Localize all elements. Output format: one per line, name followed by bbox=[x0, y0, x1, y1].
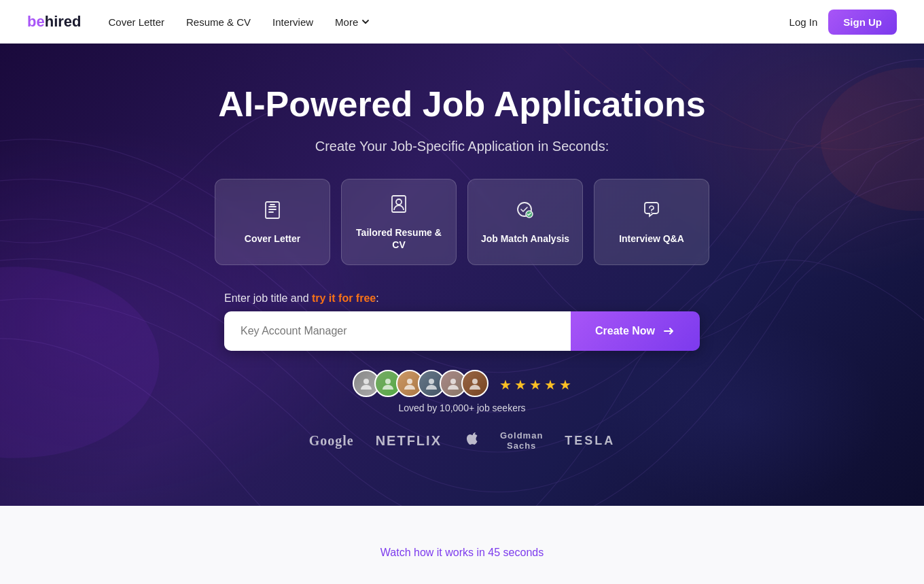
job-match-icon bbox=[514, 199, 536, 226]
navbar: behired Cover Letter Resume & CV Intervi… bbox=[0, 0, 924, 44]
svg-point-12 bbox=[450, 379, 456, 384]
feature-card-cover-letter[interactable]: Cover Letter bbox=[215, 179, 330, 265]
feature-card-tailored-resume-label: Tailored Resume & CV bbox=[349, 226, 449, 251]
star-3: ★ bbox=[529, 377, 541, 393]
tailored-resume-icon bbox=[388, 193, 410, 220]
create-now-button[interactable]: Create Now bbox=[571, 311, 700, 351]
google-logo: Google bbox=[309, 433, 354, 449]
nav-more-dropdown[interactable]: More bbox=[335, 16, 370, 28]
feature-card-tailored-resume[interactable]: Tailored Resume & CV bbox=[341, 179, 457, 265]
svg-point-9 bbox=[385, 379, 391, 384]
social-proof: ★ ★ ★ ★ ★ Loved by 10,000+ job seekers bbox=[170, 370, 754, 413]
star-5: ★ bbox=[559, 377, 571, 393]
avatar-6 bbox=[461, 370, 488, 397]
watch-link[interactable]: Watch how it works in 45 seconds bbox=[380, 547, 544, 558]
login-button[interactable]: Log In bbox=[789, 16, 818, 28]
feature-card-cover-letter-label: Cover Letter bbox=[245, 233, 300, 245]
feature-card-interview-qa-label: Interview Q&A bbox=[619, 233, 684, 245]
search-label-text: Enter job title and bbox=[224, 292, 312, 304]
svg-point-7 bbox=[651, 212, 652, 213]
hero-subtitle: Create Your Job-Specific Application in … bbox=[170, 139, 754, 154]
star-2: ★ bbox=[514, 377, 527, 393]
svg-point-8 bbox=[363, 379, 369, 384]
svg-point-4 bbox=[396, 199, 402, 205]
star-4: ★ bbox=[544, 377, 556, 393]
feature-card-interview-qa[interactable]: Interview Q&A bbox=[594, 179, 709, 265]
arrow-right-icon bbox=[662, 324, 675, 338]
below-hero: Watch how it works in 45 seconds bbox=[0, 506, 924, 584]
create-now-label: Create Now bbox=[595, 325, 655, 337]
nav-link-interview[interactable]: Interview bbox=[272, 16, 313, 28]
feature-card-job-match[interactable]: Job Match Analysis bbox=[467, 179, 583, 265]
user-avatars bbox=[353, 370, 488, 397]
svg-point-13 bbox=[472, 379, 478, 384]
nav-link-resume-cv[interactable]: Resume & CV bbox=[186, 16, 251, 28]
apple-logo bbox=[463, 430, 478, 451]
nav-more-label: More bbox=[335, 16, 358, 28]
logo-hired: hired bbox=[45, 13, 82, 30]
company-logos: Google NETFLIX GoldmanSachs TESLA bbox=[170, 430, 754, 451]
hero-content: AI-Powered Job Applications Create Your … bbox=[170, 84, 754, 451]
netflix-logo: NETFLIX bbox=[376, 433, 442, 449]
job-title-input[interactable] bbox=[224, 311, 571, 351]
svg-point-11 bbox=[429, 379, 434, 384]
nav-links: Cover Letter Resume & CV Interview More bbox=[108, 16, 370, 28]
logo[interactable]: behired bbox=[27, 13, 81, 31]
nav-left: behired Cover Letter Resume & CV Intervi… bbox=[27, 13, 370, 31]
svg-point-0 bbox=[0, 267, 159, 458]
search-label: Enter job title and try it for free: bbox=[224, 292, 700, 305]
nav-link-cover-letter[interactable]: Cover Letter bbox=[108, 16, 164, 28]
search-label-cta: try it for free bbox=[312, 292, 376, 304]
signup-button[interactable]: Sign Up bbox=[828, 10, 897, 35]
cover-letter-icon bbox=[262, 199, 283, 226]
star-rating: ★ ★ ★ ★ ★ bbox=[499, 377, 571, 393]
svg-point-10 bbox=[407, 379, 412, 384]
logo-be: be bbox=[27, 13, 45, 30]
star-1: ★ bbox=[499, 377, 512, 393]
tesla-logo: TESLA bbox=[565, 434, 615, 448]
feature-card-job-match-label: Job Match Analysis bbox=[481, 233, 569, 245]
goldman-sachs-logo: GoldmanSachs bbox=[500, 430, 543, 451]
search-label-colon: : bbox=[376, 292, 378, 304]
search-bar: Create Now bbox=[224, 311, 700, 351]
feature-cards: Cover Letter Tailored Resume & CV bbox=[170, 179, 754, 265]
hero-title: AI-Powered Job Applications bbox=[170, 84, 754, 125]
loved-text: Loved by 10,000+ job seekers bbox=[398, 402, 525, 413]
chevron-down-icon bbox=[361, 17, 370, 27]
interview-qa-icon bbox=[641, 199, 662, 226]
hero-section: AI-Powered Job Applications Create Your … bbox=[0, 44, 924, 506]
nav-right: Log In Sign Up bbox=[789, 10, 897, 35]
svg-point-1 bbox=[821, 67, 924, 211]
